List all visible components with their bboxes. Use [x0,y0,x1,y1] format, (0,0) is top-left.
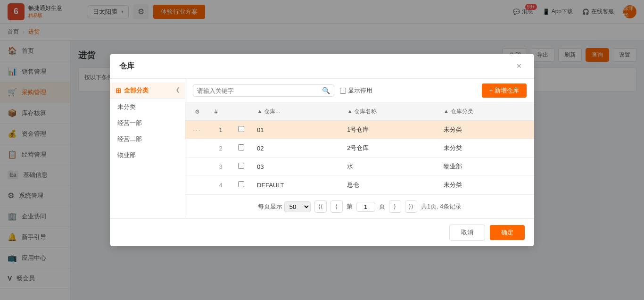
cancel-button[interactable]: 取消 [449,225,485,241]
row-actions [185,176,209,194]
row-checkbox[interactable] [238,181,244,187]
page-number-input[interactable] [356,202,375,212]
search-box: 🔍 [193,84,334,97]
th-settings: ⚙ [185,103,209,121]
page-size-select: 每页显示 10 20 50 100 [258,201,311,212]
row-checkbox-cell [232,139,251,158]
table-row[interactable]: 3 03 水 物业部 [185,158,534,176]
prev-page-button[interactable]: ⟨ [330,200,343,213]
show-disabled-checkbox[interactable] [340,88,346,94]
th-category: ▲ 仓库分类 [438,103,534,121]
modal-overlay: 仓库 × ⊞ 全部分类 《 未分类 经营一部 经营二部 物业部 [0,0,644,300]
row-number: 1 [209,121,232,139]
th-code: ▲ 仓库... [251,103,341,121]
table-row[interactable]: 2 02 2号仓库 未分类 [185,139,534,158]
row-code: 01 [251,121,341,139]
category-item-operations1[interactable]: 经营一部 [110,115,185,131]
row-checkbox[interactable] [238,144,244,150]
category-item-uncategorized[interactable]: 未分类 [110,99,185,115]
category-item-property[interactable]: 物业部 [110,147,185,163]
th-num: # [209,103,232,121]
row-name: 2号仓库 [341,139,438,158]
category-header[interactable]: ⊞ 全部分类 《 [110,83,185,99]
modal-toolbar: 🔍 显示停用 + 新增仓库 [185,79,534,103]
modal-body: ⊞ 全部分类 《 未分类 经营一部 经营二部 物业部 🔍 [110,79,534,218]
warehouse-table: ⚙ # ▲ 仓库... ▲ 仓库名称 ▲ 仓库分类 [185,103,534,194]
pagination: 每页显示 10 20 50 100 ⟨⟨ ⟨ 第 页 ⟩ ⟩⟩ [185,194,534,218]
first-page-button[interactable]: ⟨⟨ [314,200,327,213]
confirm-button[interactable]: 确定 [490,225,525,240]
row-number: 2 [209,139,232,158]
row-checkbox[interactable] [238,163,244,169]
row-actions [185,158,209,176]
row-checkbox-cell [232,121,251,139]
modal-footer: 取消 确定 [110,218,534,246]
modal-header: 仓库 × [110,54,534,79]
modal-sidebar: ⊞ 全部分类 《 未分类 经营一部 经营二部 物业部 [110,79,185,218]
modal-title: 仓库 [119,61,134,71]
row-number: 4 [209,176,232,194]
row-checkbox[interactable] [238,126,244,132]
row-category: 物业部 [438,158,534,176]
add-warehouse-button[interactable]: + 新增仓库 [482,83,527,98]
row-name: 总仓 [341,176,438,194]
row-category: 未分类 [438,139,534,158]
th-name: ▲ 仓库名称 [341,103,438,121]
modal-main: 🔍 显示停用 + 新增仓库 ⚙ # [185,79,534,218]
grid-icon: ⊞ [116,87,121,94]
row-code: 02 [251,139,341,158]
next-page-button[interactable]: ⟩ [389,200,401,213]
warehouse-modal: 仓库 × ⊞ 全部分类 《 未分类 经营一部 经营二部 物业部 [110,54,534,246]
table-row[interactable]: ··· 1 01 1号仓库 未分类 [185,121,534,139]
row-checkbox-cell [232,158,251,176]
row-dots-button[interactable]: ··· [193,126,201,133]
page-size-dropdown[interactable]: 10 20 50 100 [284,201,311,212]
row-code: DEFAULT [251,176,341,194]
th-checkbox [232,103,251,121]
show-disabled-label[interactable]: 显示停用 [340,86,372,95]
search-icon[interactable]: 🔍 [322,87,330,94]
row-actions [185,139,209,158]
collapse-icon[interactable]: 《 [173,86,179,95]
row-category: 未分类 [438,176,534,194]
row-code: 03 [251,158,341,176]
row-name: 水 [341,158,438,176]
row-checkbox-cell [232,176,251,194]
category-item-operations2[interactable]: 经营二部 [110,131,185,147]
last-page-button[interactable]: ⟩⟩ [405,200,417,213]
table-row[interactable]: 4 DEFAULT 总仓 未分类 [185,176,534,194]
table-header-row: ⚙ # ▲ 仓库... ▲ 仓库名称 ▲ 仓库分类 [185,103,534,121]
page-info: 共1页, 4条记录 [421,202,462,211]
warehouse-table-wrapper: ⚙ # ▲ 仓库... ▲ 仓库名称 ▲ 仓库分类 [185,103,534,194]
modal-close-button[interactable]: × [513,60,525,72]
row-name: 1号仓库 [341,121,438,139]
search-input[interactable] [197,87,322,94]
row-actions: ··· [185,121,209,139]
row-category: 未分类 [438,121,534,139]
row-number: 3 [209,158,232,176]
